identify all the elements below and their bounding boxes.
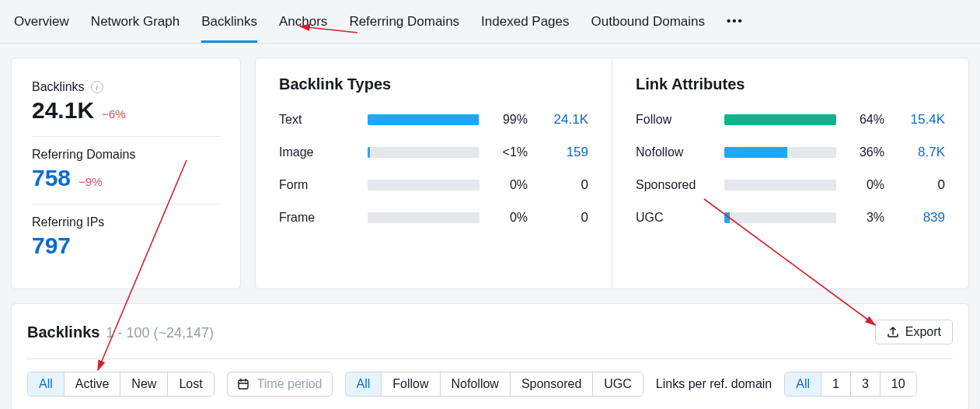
status-filter-option[interactable]: Lost xyxy=(168,372,213,396)
status-filter-option[interactable]: Active xyxy=(65,372,121,396)
backlink-type-value[interactable]: 159 xyxy=(542,145,588,160)
links-per-domain-label: Links per ref. domain xyxy=(656,377,772,391)
summary-ref-domains-value[interactable]: 758 xyxy=(32,165,71,191)
link-attribute-bar xyxy=(724,212,836,223)
backlink-type-bar xyxy=(368,147,480,158)
backlinks-list-section: Backlinks 1 - 100 (~24,147) Export AllAc… xyxy=(11,303,969,409)
summary-ref-ips-label: Referring IPs xyxy=(32,215,104,229)
metrics-card: Backlink Types Text99%24.1KImage<1%159Fo… xyxy=(255,58,969,289)
link-attribute-label: Sponsored xyxy=(636,178,710,192)
link-attribute-bar xyxy=(724,147,836,158)
link-attribute-row: Nofollow36%8.7K xyxy=(636,145,945,160)
backlink-type-row: Form0%0 xyxy=(279,177,588,193)
backlink-type-bar xyxy=(368,180,480,191)
type-filter-option[interactable]: Sponsored xyxy=(511,372,593,396)
link-attribute-bar xyxy=(724,180,836,191)
summary-ref-ips: Referring IPs 797 xyxy=(32,204,220,271)
link-attribute-pct: 64% xyxy=(850,113,884,127)
tab-backlinks[interactable]: Backlinks xyxy=(201,9,257,43)
time-period-label: Time period xyxy=(257,377,323,391)
backlink-type-label: Form xyxy=(279,178,354,192)
link-attribute-label: Follow xyxy=(636,113,710,127)
summary-ref-ips-value[interactable]: 797 xyxy=(32,232,71,259)
link-attribute-label: UGC xyxy=(636,211,710,225)
summary-row: Backlinks i 24.1K −6% Referring Domains … xyxy=(0,44,980,303)
links-per-domain-option[interactable]: 10 xyxy=(881,372,916,396)
tab-indexed-pages[interactable]: Indexed Pages xyxy=(481,9,569,43)
backlink-type-bar xyxy=(368,212,480,223)
links-per-domain-option[interactable]: All xyxy=(785,372,821,396)
link-attribute-row: Sponsored0%0 xyxy=(636,177,945,193)
link-attribute-value: 0 xyxy=(898,177,945,193)
status-filter-option[interactable]: New xyxy=(120,372,168,396)
backlink-type-pct: <1% xyxy=(493,145,528,159)
link-attributes-title: Link Attributes xyxy=(636,75,945,93)
link-attribute-bar xyxy=(724,114,836,125)
calendar-icon xyxy=(237,378,249,390)
backlink-type-pct: 0% xyxy=(493,211,528,225)
link-attribute-pct: 0% xyxy=(850,178,884,192)
backlink-type-row: Image<1%159 xyxy=(279,145,588,160)
tab-network-graph[interactable]: Network Graph xyxy=(91,9,180,43)
summary-ref-domains-delta: −9% xyxy=(78,175,102,188)
link-attributes-panel: Link Attributes Follow64%15.4KNofollow36… xyxy=(612,58,968,288)
link-attribute-value[interactable]: 839 xyxy=(898,210,945,225)
list-range: 1 - 100 (~24,147) xyxy=(106,325,214,341)
links-per-domain-option[interactable]: 3 xyxy=(851,372,881,396)
summary-ref-domains-label: Referring Domains xyxy=(32,148,135,162)
type-filter-option[interactable]: UGC xyxy=(593,372,643,396)
backlink-types-panel: Backlink Types Text99%24.1KImage<1%159Fo… xyxy=(256,58,612,288)
type-filter-option[interactable]: Follow xyxy=(382,372,440,396)
link-attribute-row: UGC3%839 xyxy=(636,210,945,225)
tabs-more-icon[interactable]: ••• xyxy=(727,14,744,38)
backlink-type-label: Image xyxy=(279,145,354,159)
status-filter-option[interactable]: All xyxy=(28,372,65,396)
link-attribute-label: Nofollow xyxy=(636,145,710,159)
backlink-type-label: Text xyxy=(279,113,354,127)
filters-row: AllActiveNewLost Time period AllFollowNo… xyxy=(27,372,953,397)
info-icon[interactable]: i xyxy=(91,81,103,93)
status-filter: AllActiveNewLost xyxy=(27,372,214,397)
links-per-domain-option[interactable]: 1 xyxy=(821,372,851,396)
type-filter-option[interactable]: Nofollow xyxy=(441,372,511,396)
export-button[interactable]: Export xyxy=(875,320,953,344)
summary-backlinks-delta: −6% xyxy=(102,107,125,121)
backlink-type-value: 0 xyxy=(542,177,588,193)
summary-card: Backlinks i 24.1K −6% Referring Domains … xyxy=(11,58,241,289)
link-attribute-value[interactable]: 15.4K xyxy=(898,112,945,128)
link-attribute-pct: 36% xyxy=(850,145,884,159)
export-label: Export xyxy=(905,325,941,339)
summary-backlinks-label: Backlinks xyxy=(32,80,85,94)
type-filter: AllFollowNofollowSponsoredUGC xyxy=(345,372,643,397)
link-attribute-value[interactable]: 8.7K xyxy=(898,145,945,160)
tab-outbound-domains[interactable]: Outbound Domains xyxy=(591,9,705,43)
summary-backlinks: Backlinks i 24.1K −6% xyxy=(32,75,220,136)
tab-overview[interactable]: Overview xyxy=(14,9,69,43)
backlink-type-label: Frame xyxy=(279,211,354,225)
svg-rect-0 xyxy=(239,380,248,389)
backlink-type-value: 0 xyxy=(542,210,588,225)
backlink-types-title: Backlink Types xyxy=(279,75,588,93)
backlink-type-row: Frame0%0 xyxy=(279,210,588,225)
summary-backlinks-value: 24.1K xyxy=(32,97,94,124)
tab-referring-domains[interactable]: Referring Domains xyxy=(349,9,459,43)
backlink-type-pct: 99% xyxy=(493,113,528,127)
backlink-type-bar xyxy=(368,114,480,125)
main-tabs: Overview Network Graph Backlinks Anchors… xyxy=(0,0,980,44)
time-period-button[interactable]: Time period xyxy=(227,372,333,397)
link-attribute-row: Follow64%15.4K xyxy=(636,112,945,128)
summary-ref-domains: Referring Domains 758 −9% xyxy=(32,136,220,204)
tab-anchors[interactable]: Anchors xyxy=(279,9,327,43)
export-icon xyxy=(887,326,899,338)
backlink-type-pct: 0% xyxy=(493,178,528,192)
divider xyxy=(27,358,953,359)
list-title: Backlinks xyxy=(27,323,99,341)
backlink-type-value[interactable]: 24.1K xyxy=(542,112,588,128)
type-filter-option[interactable]: All xyxy=(346,372,382,396)
link-attribute-pct: 3% xyxy=(850,211,884,225)
backlink-type-row: Text99%24.1K xyxy=(279,112,588,128)
links-per-domain-filter: All1310 xyxy=(784,372,916,397)
